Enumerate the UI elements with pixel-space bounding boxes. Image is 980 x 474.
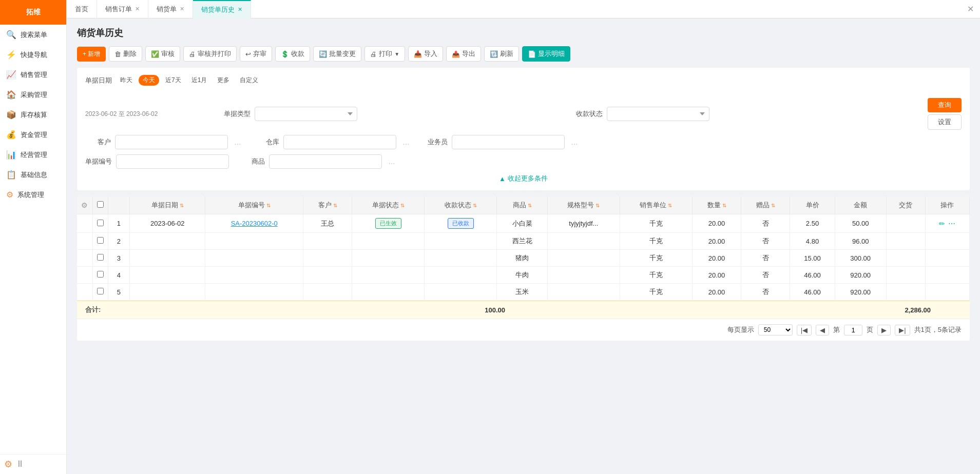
customer-input[interactable] bbox=[115, 135, 228, 149]
audit-button[interactable]: ✅ 审核 bbox=[145, 46, 180, 62]
customer-select-icon[interactable]: … bbox=[232, 138, 243, 146]
tab-shipment-close[interactable]: ✕ bbox=[180, 6, 184, 12]
next-page-button[interactable]: ▶ bbox=[877, 325, 891, 335]
date-7days[interactable]: 近7天 bbox=[161, 75, 185, 86]
row-checkbox-1[interactable] bbox=[97, 237, 104, 244]
th-spec[interactable]: 规格型号 ⇅ bbox=[547, 196, 620, 214]
query-button[interactable]: 查询 bbox=[928, 98, 962, 112]
th-goods[interactable]: 商品 ⇅ bbox=[497, 196, 548, 214]
th-unit[interactable]: 销售单位 ⇅ bbox=[620, 196, 692, 214]
sort-doc-no-icon[interactable]: ⇅ bbox=[266, 203, 271, 208]
sidebar-item-search-menu[interactable]: 🔍 搜索菜单 bbox=[0, 25, 66, 45]
tab-shipment[interactable]: 销货单 ✕ bbox=[148, 0, 193, 18]
goods-input[interactable] bbox=[269, 154, 382, 169]
sort-spec-icon[interactable]: ⇅ bbox=[595, 203, 600, 208]
per-page-select[interactable]: 50 100 200 bbox=[758, 324, 793, 335]
cell-qty-3: 20.00 bbox=[692, 267, 741, 284]
th-doc-date[interactable]: 单据日期 ⇅ bbox=[130, 196, 205, 214]
th-doc-status[interactable]: 单据状态 ⇅ bbox=[352, 196, 425, 214]
staff-select-icon[interactable]: … bbox=[569, 138, 580, 146]
sidebar-item-operations[interactable]: 📊 经营管理 bbox=[0, 145, 66, 165]
warehouse-input[interactable] bbox=[283, 135, 396, 149]
row-checkbox-2[interactable] bbox=[97, 254, 104, 261]
sidebar-item-inventory[interactable]: 📦 库存核算 bbox=[0, 105, 66, 125]
last-page-button[interactable]: ▶| bbox=[895, 325, 910, 335]
edit-icon-0[interactable]: ✏ bbox=[939, 220, 945, 228]
date-custom[interactable]: 自定义 bbox=[236, 75, 262, 86]
settings-filter-button[interactable]: 设置 bbox=[928, 114, 962, 130]
sidebar-settings-icon[interactable]: ⚙ bbox=[4, 459, 12, 470]
sort-doc-date-icon[interactable]: ⇅ bbox=[180, 203, 184, 208]
tab-sales-order[interactable]: 销售订单 ✕ bbox=[97, 0, 148, 18]
batch-change-button[interactable]: 🔄 批量变更 bbox=[313, 46, 361, 62]
sidebar-item-system-mgmt[interactable]: ⚙ 系统管理 bbox=[0, 185, 66, 205]
sidebar-item-sales-mgmt[interactable]: 📈 销售管理 bbox=[0, 65, 66, 85]
row-checkbox-3[interactable] bbox=[97, 271, 104, 278]
table-scroll[interactable]: ⚙ 单据日期 ⇅ bbox=[77, 196, 970, 301]
row-checkbox-0[interactable] bbox=[97, 220, 104, 226]
th-checkbox[interactable] bbox=[92, 196, 108, 214]
print-button[interactable]: 🖨 打印 ▼ bbox=[364, 46, 405, 62]
cell-checkbox-0[interactable] bbox=[92, 214, 108, 233]
row-checkbox-4[interactable] bbox=[97, 288, 104, 294]
sort-doc-status-icon[interactable]: ⇅ bbox=[400, 203, 405, 208]
refresh-button[interactable]: 🔃 刷新 bbox=[484, 46, 519, 62]
table-row: 5 玉米 千克 20.00 否 46.00 920.00 bbox=[77, 284, 970, 301]
abandon-button[interactable]: ↩ 弃审 bbox=[240, 46, 272, 62]
sidebar-item-purchase-mgmt[interactable]: 🏠 采购管理 bbox=[0, 85, 66, 105]
cell-checkbox-2[interactable] bbox=[92, 250, 108, 267]
sidebar-item-basic-info[interactable]: 📋 基础信息 bbox=[0, 165, 66, 185]
tab-home[interactable]: 首页 bbox=[67, 0, 97, 18]
goods-select-icon[interactable]: … bbox=[386, 157, 397, 166]
warehouse-select-icon[interactable]: … bbox=[400, 138, 412, 146]
sidebar-item-finance[interactable]: 💰 资金管理 bbox=[0, 125, 66, 145]
th-doc-no[interactable]: 单据编号 ⇅ bbox=[205, 196, 303, 214]
audit-print-button[interactable]: 🖨 审核并打印 bbox=[183, 46, 237, 62]
cell-row-no-2: 3 bbox=[108, 250, 130, 267]
sort-gift-icon[interactable]: ⇅ bbox=[771, 203, 775, 208]
tab-sales-order-close[interactable]: ✕ bbox=[135, 6, 140, 12]
tabs-close-all[interactable]: ✕ bbox=[961, 4, 980, 14]
first-page-button[interactable]: |◀ bbox=[797, 325, 812, 335]
sort-goods-icon[interactable]: ⇅ bbox=[528, 203, 532, 208]
th-customer[interactable]: 客户 ⇅ bbox=[303, 196, 352, 214]
th-collect-status[interactable]: 收款状态 ⇅ bbox=[425, 196, 497, 214]
sidebar-pause-icon[interactable]: ⏸ bbox=[15, 459, 25, 470]
page-input[interactable] bbox=[844, 325, 862, 335]
export-button[interactable]: 📤 导出 bbox=[446, 46, 481, 62]
collapse-btn[interactable]: ▲ 收起更多条件 bbox=[85, 174, 962, 183]
sort-customer-icon[interactable]: ⇅ bbox=[333, 203, 337, 208]
cell-row-no-3: 4 bbox=[108, 267, 130, 284]
cell-checkbox-1[interactable] bbox=[92, 233, 108, 250]
prev-page-button[interactable]: ◀ bbox=[816, 325, 829, 335]
sort-unit-icon[interactable]: ⇅ bbox=[668, 203, 672, 208]
new-button[interactable]: + 新增 bbox=[77, 47, 106, 62]
sidebar-item-quick-nav[interactable]: ⚡ 快捷导航 bbox=[0, 45, 66, 65]
cell-checkbox-3[interactable] bbox=[92, 267, 108, 284]
date-1month[interactable]: 近1月 bbox=[187, 75, 212, 86]
collect-button[interactable]: 💲 收款 bbox=[275, 46, 310, 62]
sort-collect-status-icon[interactable]: ⇅ bbox=[473, 203, 477, 208]
th-gift[interactable]: 赠品 ⇅ bbox=[741, 196, 790, 214]
collect-status-select[interactable] bbox=[607, 107, 709, 121]
export-icon: 📤 bbox=[452, 50, 460, 58]
doc-no-input[interactable] bbox=[116, 154, 229, 169]
staff-input[interactable] bbox=[452, 135, 565, 149]
delete-button[interactable]: 🗑 删除 bbox=[109, 46, 142, 62]
import-button[interactable]: 📥 导入 bbox=[408, 46, 443, 62]
select-all-checkbox[interactable] bbox=[97, 201, 104, 208]
doc-type-select[interactable] bbox=[255, 107, 357, 121]
table-gear-icon[interactable]: ⚙ bbox=[81, 201, 88, 209]
date-today[interactable]: 今天 bbox=[139, 75, 159, 86]
cell-checkbox-4[interactable] bbox=[92, 284, 108, 301]
th-settings[interactable]: ⚙ bbox=[77, 196, 92, 214]
cell-doc-no-0[interactable]: SA-20230602-0 bbox=[205, 214, 303, 233]
tab-shipment-history[interactable]: 销货单历史 ✕ bbox=[193, 0, 251, 18]
sort-qty-icon[interactable]: ⇅ bbox=[722, 203, 726, 208]
tab-shipment-history-close[interactable]: ✕ bbox=[238, 6, 242, 13]
more-icon-0[interactable]: ⋯ bbox=[948, 220, 955, 228]
show-detail-button[interactable]: 📄 显示明细 bbox=[522, 46, 570, 62]
date-yesterday[interactable]: 昨天 bbox=[116, 75, 137, 86]
date-more[interactable]: 更多 bbox=[213, 75, 234, 86]
th-qty[interactable]: 数量 ⇅ bbox=[692, 196, 741, 214]
